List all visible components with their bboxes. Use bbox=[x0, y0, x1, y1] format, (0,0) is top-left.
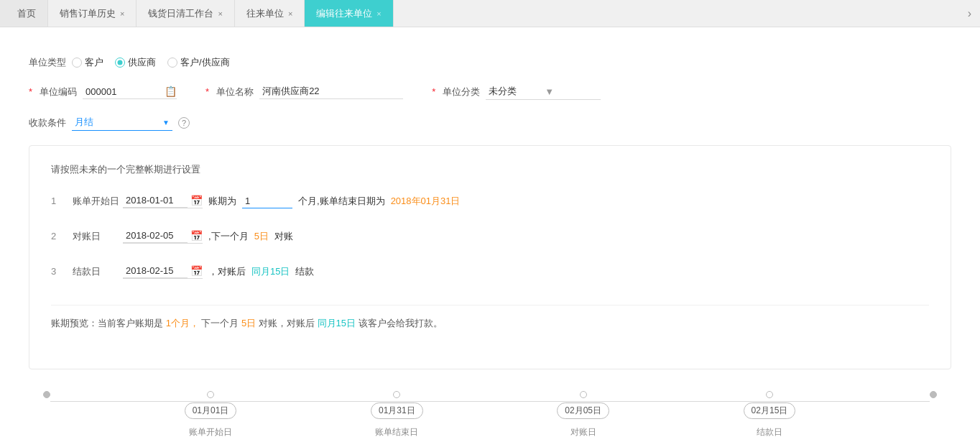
row3-label: 结款日 bbox=[73, 265, 123, 278]
payment-condition-group: 收款条件 月结 ▼ ? bbox=[29, 114, 190, 131]
timeline-left-dot bbox=[43, 391, 50, 398]
row3-highlight: 同月15日 bbox=[251, 265, 290, 278]
unit-name-input[interactable] bbox=[259, 85, 403, 99]
unit-category-select[interactable]: 未分类 ▼ bbox=[486, 83, 601, 100]
timeline-right-endpoint bbox=[930, 391, 937, 437]
row1-calendar-icon[interactable]: 📅 bbox=[190, 195, 203, 206]
settings-row-2: 2 对账日 📅 ,下一个月 5日 对账 bbox=[51, 229, 929, 244]
unit-type-label: 单位类型 bbox=[29, 56, 66, 69]
row1-num: 1 bbox=[51, 196, 73, 206]
row1-value: 📅 账期为 个月,账单结束日期为 2018年01月31日 bbox=[123, 193, 929, 208]
tab-cash-work-label: 钱货日清工作台 bbox=[148, 7, 213, 20]
payment-condition-select[interactable]: 月结 ▼ bbox=[72, 114, 172, 131]
row2-highlight: 5日 bbox=[254, 230, 269, 243]
preview-text: 账期预览：当前客户账期是 1个月， 下一个月 5日 对账，对账后 同月15日 该… bbox=[51, 317, 929, 330]
timeline-badge-reconcile: 02月05日 bbox=[557, 402, 609, 419]
tab-bar: 首页 销售订单历史 × 钱货日清工作台 × 往来单位 × 编辑往来单位 × › bbox=[0, 0, 980, 27]
radio-both[interactable]: 客户/供应商 bbox=[167, 56, 230, 69]
timeline-point-payment: 02月15日 结款日 bbox=[744, 391, 796, 437]
unit-type-radio-group: 客户 供应商 客户/供应商 bbox=[72, 56, 230, 69]
tab-partner-label: 往来单位 bbox=[246, 7, 284, 20]
row3-value: 📅 ，对账后 同月15日 结款 bbox=[123, 264, 929, 279]
timeline-right-dot bbox=[930, 391, 937, 398]
row2-label: 对账日 bbox=[73, 230, 123, 243]
row2-value: 📅 ,下一个月 5日 对账 bbox=[123, 229, 929, 244]
radio-customer-circle bbox=[72, 58, 82, 68]
timeline-dot-reconcile bbox=[580, 391, 587, 398]
row1-suffix-before: 账期为 bbox=[208, 195, 236, 208]
preview-section: 账期预览：当前客户账期是 1个月， 下一个月 5日 对账，对账后 同月15日 该… bbox=[51, 279, 929, 330]
settings-title: 请按照未来的一个完整帐期进行设置 bbox=[51, 163, 929, 176]
radio-both-circle bbox=[167, 58, 177, 68]
payment-condition-value: 月结 bbox=[75, 116, 160, 129]
timeline-point-end: 01月31日 账单结束日 bbox=[371, 391, 423, 437]
timeline-label-reconcile: 对账日 bbox=[570, 426, 596, 437]
timeline-dot-payment bbox=[766, 391, 773, 398]
close-edit-partner-icon[interactable]: × bbox=[376, 9, 381, 18]
radio-supplier-circle bbox=[115, 58, 125, 68]
row1-date-input[interactable] bbox=[123, 193, 188, 208]
payment-condition-label: 收款条件 bbox=[29, 116, 66, 129]
close-partner-icon[interactable]: × bbox=[288, 9, 292, 18]
radio-customer[interactable]: 客户 bbox=[72, 56, 103, 69]
radio-supplier[interactable]: 供应商 bbox=[115, 56, 156, 69]
row3-num: 3 bbox=[51, 266, 73, 277]
unit-code-book-icon[interactable]: 📋 bbox=[165, 86, 177, 97]
timeline-label-payment: 结款日 bbox=[757, 426, 782, 437]
unit-type-group: 单位类型 客户 供应商 客户/供应商 bbox=[29, 56, 230, 69]
preview-reconcile-suffix: 对账，对账后 bbox=[259, 318, 315, 328]
tab-partner[interactable]: 往来单位 × bbox=[235, 0, 305, 27]
preview-reconcile-day: 5日 bbox=[241, 318, 256, 328]
timeline-container: 01月01日 账单开始日 01月31日 账单结束日 02月05日 对账日 02月… bbox=[29, 391, 951, 437]
tab-sales-history-label: 销售订单历史 bbox=[60, 7, 116, 20]
unit-name-star: * bbox=[205, 86, 209, 97]
row2-num: 2 bbox=[51, 231, 73, 242]
unit-code-label: 单位编码 bbox=[40, 86, 77, 98]
unit-category-label: 单位分类 bbox=[443, 86, 480, 98]
tab-edit-partner-label: 编辑往来单位 bbox=[316, 7, 372, 20]
unit-category-arrow-icon: ▼ bbox=[545, 86, 598, 97]
tab-edit-partner[interactable]: 编辑往来单位 × bbox=[305, 0, 393, 27]
row1-label: 账单开始日 bbox=[73, 195, 123, 208]
row2-suffix-after: 对账 bbox=[274, 230, 293, 243]
tab-home[interactable]: 首页 bbox=[0, 0, 48, 27]
timeline-dot-end bbox=[393, 391, 400, 398]
row2-date-input[interactable] bbox=[123, 229, 188, 243]
row3-date-input[interactable] bbox=[123, 264, 188, 278]
settings-row-3: 3 结款日 📅 ，对账后 同月15日 结款 bbox=[51, 264, 929, 279]
row3-calendar-icon[interactable]: 📅 bbox=[190, 265, 203, 277]
close-cash-work-icon[interactable]: × bbox=[218, 9, 222, 18]
row3-suffix-after: 结款 bbox=[295, 265, 314, 278]
payment-help-icon[interactable]: ? bbox=[178, 117, 190, 129]
period-input[interactable] bbox=[242, 194, 292, 208]
row2-date-wrapper: 📅 bbox=[123, 229, 203, 244]
preview-suffix: 该客户会给我打款。 bbox=[359, 318, 443, 328]
unit-category-value: 未分类 bbox=[489, 85, 542, 98]
timeline-dot-start bbox=[207, 391, 214, 398]
radio-both-label: 客户/供应商 bbox=[180, 56, 230, 69]
tab-sales-history[interactable]: 销售订单历史 × bbox=[48, 0, 137, 27]
row2-calendar-icon[interactable]: 📅 bbox=[190, 230, 203, 242]
row2-suffix-before: ,下一个月 bbox=[208, 230, 249, 243]
unit-code-star: * bbox=[29, 86, 32, 97]
settings-box: 请按照未来的一个完整帐期进行设置 1 账单开始日 📅 账期为 个月,账单结束日期… bbox=[29, 145, 951, 369]
tab-cash-work[interactable]: 钱货日清工作台 × bbox=[137, 0, 234, 27]
radio-supplier-label: 供应商 bbox=[128, 56, 156, 69]
timeline-badge-payment: 02月15日 bbox=[744, 402, 796, 419]
main-content: 单位类型 客户 供应商 客户/供应商 * 单位编码 bbox=[0, 27, 980, 437]
timeline-label-end: 账单结束日 bbox=[375, 426, 418, 437]
row1-highlight: 2018年01月31日 bbox=[391, 195, 461, 208]
timeline-points: 01月01日 账单开始日 01月31日 账单结束日 02月05日 对账日 02月… bbox=[43, 391, 937, 437]
unit-code-input[interactable] bbox=[83, 85, 162, 98]
timeline-left-endpoint bbox=[43, 391, 50, 437]
timeline-section: 01月01日 账单开始日 01月31日 账单结束日 02月05日 对账日 02月… bbox=[29, 369, 951, 437]
unit-category-star: * bbox=[432, 86, 435, 97]
row1-suffix-after: 个月,账单结束日期为 bbox=[298, 195, 385, 208]
tab-more-button[interactable]: › bbox=[959, 0, 980, 27]
close-sales-history-icon[interactable]: × bbox=[120, 9, 124, 18]
unit-category-group: * 单位分类 未分类 ▼ bbox=[432, 83, 601, 100]
unit-info-row: * 单位编码 📋 * 单位名称 * 单位分类 未分类 ▼ bbox=[29, 83, 951, 100]
timeline-badge-end: 01月31日 bbox=[371, 402, 423, 419]
unit-name-label: 单位名称 bbox=[216, 86, 254, 98]
row1-date-wrapper: 📅 bbox=[123, 193, 203, 208]
